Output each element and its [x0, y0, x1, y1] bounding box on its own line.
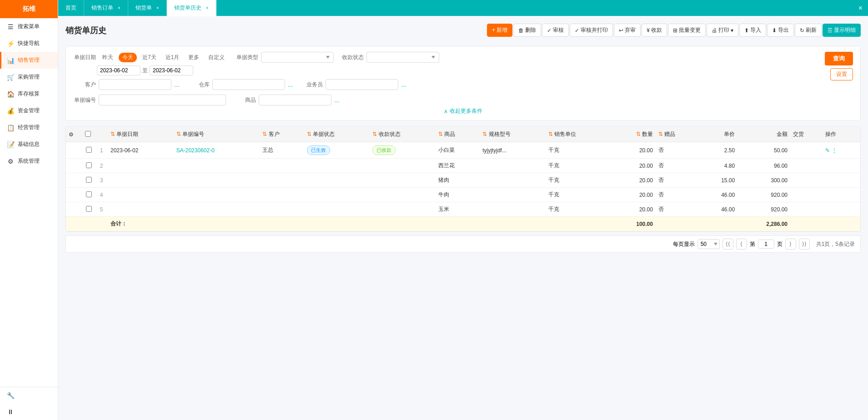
th-settings[interactable]: ⚙: [66, 127, 82, 142]
page-label: 第: [750, 240, 755, 248]
row-checkbox[interactable]: [86, 162, 92, 168]
date-to-input[interactable]: [150, 65, 193, 75]
first-page-button[interactable]: ⟨⟨: [722, 239, 733, 250]
th-goods[interactable]: ⇅ 商品: [436, 127, 480, 142]
th-qty[interactable]: ⇅ 数量: [612, 127, 656, 142]
sidebar-item-purchase-mgmt[interactable]: 🛒 采购管理: [0, 69, 58, 85]
refresh-icon: ↻: [800, 27, 804, 34]
date-range: 昨天 今天 近7天 近1月 更多 自定义: [99, 53, 228, 62]
td-price: 46.00: [700, 202, 738, 217]
th-customer[interactable]: ⇅ 客户: [260, 127, 304, 142]
sidebar-item-ops[interactable]: 📋 经营管理: [0, 119, 58, 136]
sidebar-bottom-item-2[interactable]: ⏸: [0, 404, 58, 420]
more-action[interactable]: ⋮: [832, 147, 837, 154]
export-button[interactable]: ⬇ 导出: [767, 24, 794, 37]
row-checkbox[interactable]: [86, 147, 92, 153]
sidebar-bottom-item-1[interactable]: 🔧: [0, 387, 58, 404]
filter-row-1: 单据日期 昨天 今天 近7天 近1月 更多 自定义 单据类型: [73, 52, 809, 63]
page-size-select[interactable]: 50 100 200: [697, 239, 720, 249]
customer-dots-btn[interactable]: ...: [174, 81, 180, 88]
sort-icon-9: ⇅: [636, 131, 641, 137]
tab-sales-history[interactable]: 销货单历史 ×: [167, 0, 216, 16]
select-all-checkbox[interactable]: [85, 131, 91, 137]
edit-action[interactable]: ✎: [825, 147, 830, 154]
date-from-input[interactable]: [97, 65, 140, 75]
page-number-input[interactable]: [758, 240, 774, 249]
tab-home[interactable]: 首页: [58, 0, 84, 16]
show-detail-button[interactable]: ☰ 显示明细: [823, 24, 861, 37]
close-sales-order-icon[interactable]: ×: [118, 5, 120, 10]
row-checkbox[interactable]: [86, 191, 92, 197]
goods-dots-btn[interactable]: ...: [334, 96, 340, 104]
tab-bar-close-icon[interactable]: ×: [853, 4, 868, 12]
th-doc-status[interactable]: ⇅ 单据状态: [304, 127, 370, 142]
th-spec[interactable]: ⇅ 规格型号: [480, 127, 546, 142]
type-select[interactable]: [261, 52, 334, 63]
new-button[interactable]: + 新增: [487, 24, 512, 37]
next-page-button[interactable]: ⟩: [785, 239, 796, 250]
th-unit[interactable]: ⇅ 销售单位: [546, 127, 612, 142]
td-checkbox[interactable]: [82, 142, 95, 159]
tab-sales-goods[interactable]: 销货单 ×: [128, 0, 167, 16]
batch-change-button[interactable]: ⊞ 批量变更: [668, 24, 706, 37]
goods-input[interactable]: [259, 95, 331, 105]
refresh-button[interactable]: ↻ 刷新: [795, 24, 822, 37]
import-button[interactable]: ⬆ 导入: [739, 24, 766, 37]
salesperson-dots-btn[interactable]: ...: [401, 81, 406, 88]
date-tab-1month[interactable]: 近1月: [162, 53, 183, 62]
prev-page-button[interactable]: ⟨: [736, 239, 747, 250]
th-checkbox[interactable]: [82, 127, 95, 142]
close-sales-history-icon[interactable]: ×: [206, 5, 209, 10]
delete-button[interactable]: 🗑 删除: [513, 24, 541, 37]
total-qty: 100.00: [612, 217, 656, 231]
warehouse-input[interactable]: [212, 79, 285, 90]
date-tab-yesterday[interactable]: 昨天: [99, 53, 117, 62]
td-checkbox[interactable]: [82, 202, 95, 217]
print-icon: 🖨: [712, 27, 717, 34]
filter-settings-button[interactable]: 设置: [830, 68, 853, 80]
close-sales-goods-icon[interactable]: ×: [156, 5, 159, 10]
collapse-button[interactable]: ∧ 收起更多条件: [444, 107, 482, 115]
payment-select[interactable]: [366, 52, 439, 63]
sidebar-item-search-menu[interactable]: ☰ 搜索菜单: [0, 18, 58, 35]
sidebar-item-label: 基础信息: [18, 140, 40, 148]
print-button[interactable]: 🖨 打印 ▾: [707, 24, 738, 37]
th-date[interactable]: ⇅ 单据日期: [108, 127, 174, 142]
td-checkbox[interactable]: [82, 188, 95, 202]
td-checkbox[interactable]: [82, 173, 95, 188]
docno-label: 单据编号: [73, 96, 96, 104]
sidebar-item-sys-mgmt[interactable]: ⚙ 系统管理: [0, 153, 58, 170]
sidebar-item-finance[interactable]: 💰 资金管理: [0, 102, 58, 119]
warehouse-dots-btn[interactable]: ...: [288, 81, 293, 88]
date-tab-7days[interactable]: 近7天: [139, 53, 160, 62]
tab-sales-order[interactable]: 销售订单 ×: [84, 0, 128, 16]
audit-button[interactable]: ✓ 审核: [542, 24, 569, 37]
last-page-button[interactable]: ⟩⟩: [799, 239, 810, 250]
td-unit: 千克: [546, 159, 612, 173]
customer-input[interactable]: [99, 79, 171, 90]
abandon-button[interactable]: ↩ 弃审: [614, 24, 641, 37]
th-pay-status[interactable]: ⇅ 收款状态: [370, 127, 436, 142]
total-info: 共1页，5条记录: [816, 240, 855, 248]
td-goods: 小白菜: [436, 142, 480, 159]
th-docno[interactable]: ⇅ 单据编号: [174, 127, 260, 142]
sidebar-item-sales-mgmt[interactable]: 📊 销售管理: [0, 52, 58, 69]
date-tab-custom[interactable]: 自定义: [205, 53, 228, 62]
sidebar-item-inventory[interactable]: 🏠 库存核算: [0, 85, 58, 102]
table-row: 4 牛肉 千克 20.00 否 46.00 920.00: [66, 188, 860, 202]
row-checkbox[interactable]: [86, 177, 92, 183]
date-tab-today[interactable]: 今天: [119, 53, 137, 62]
sidebar-item-basic-info[interactable]: 📝 基础信息: [0, 136, 58, 153]
salesperson-input[interactable]: [326, 79, 398, 90]
row-checkbox[interactable]: [86, 206, 92, 212]
date-tab-more[interactable]: 更多: [185, 53, 203, 62]
audit-print-button[interactable]: ✓ 审核并打印: [570, 24, 613, 37]
collect-button[interactable]: ¥ 收款: [642, 24, 667, 37]
td-checkbox[interactable]: [82, 159, 95, 173]
td-date: [108, 202, 174, 217]
td-num: 2: [95, 159, 108, 173]
docno-input[interactable]: [99, 95, 226, 105]
th-gift[interactable]: ⇅ 赠品: [656, 127, 700, 142]
sidebar-item-quick-nav[interactable]: ⚡ 快捷导航: [0, 35, 58, 52]
query-button[interactable]: 查询: [825, 52, 853, 65]
